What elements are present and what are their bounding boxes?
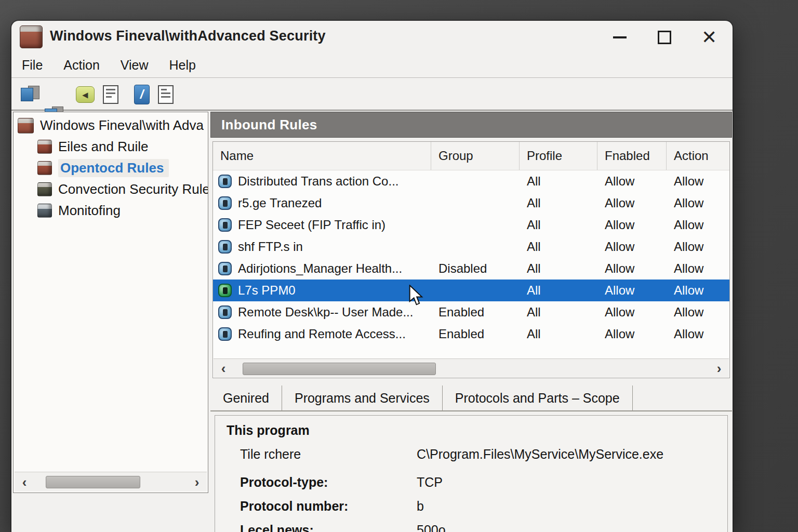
rule-shield-icon <box>218 262 232 275</box>
rule-shield-icon <box>218 327 232 341</box>
column-header-enabled[interactable]: Fnabled <box>597 142 667 170</box>
title-bar: Windows Fineval\withAdvanced Security ✕ <box>11 21 733 53</box>
console-tree-panel: Windows Fineval\with Adva Eiles and Ruil… <box>13 112 208 493</box>
tab-protocols-and-ports[interactable]: Protocols and Parts – Scope <box>443 385 633 410</box>
scrollbar-thumb[interactable] <box>243 363 436 375</box>
rule-shield-icon <box>218 218 232 232</box>
rule-row[interactable]: Remote Desk\kp-- User Made... Enabled Al… <box>213 301 729 323</box>
rule-shield-icon <box>218 305 232 319</box>
tree-root-label: Windows Fineval\with Adva <box>40 117 204 134</box>
rules-brick-icon <box>37 140 52 154</box>
tree-item-connection-security-rules[interactable]: Convection Security Rule <box>14 179 208 200</box>
properties-doc-icon[interactable] <box>156 84 177 105</box>
tab-general[interactable]: Genired <box>210 385 282 410</box>
sidebar-horizontal-scrollbar[interactable]: ‹ › <box>15 472 207 491</box>
rule-row[interactable]: shf FTP.s in All Allow Allow <box>213 236 729 258</box>
monitoring-cube-icon <box>37 204 52 218</box>
column-header-group[interactable]: Group <box>431 142 520 170</box>
rule-row[interactable]: Adirjotions_Manager Health... Disabled A… <box>213 258 729 280</box>
app-window: Windows Fineval\withAdvanced Security ✕ … <box>11 21 733 532</box>
minimize-button[interactable] <box>610 28 630 47</box>
rule-enabled-icon <box>218 284 232 297</box>
list-doc-icon[interactable] <box>101 84 122 105</box>
tab-programs-and-services[interactable]: Programs and Services <box>282 385 443 410</box>
main-panel: Inbound Rules Name Group Profile Fnabled… <box>210 112 732 532</box>
scroll-left-icon[interactable]: ‹ <box>214 362 233 375</box>
menu-help[interactable]: Help <box>169 58 196 73</box>
details-label-local-port: Lecel news: <box>240 523 417 532</box>
details-label-protocol-number: Protocol number: <box>240 499 417 514</box>
details-label-file-path: Tile rchere <box>240 447 417 462</box>
minimize-icon <box>613 36 627 38</box>
window-title: Windows Fineval\withAdvanced Security <box>50 28 326 44</box>
menu-action[interactable]: Action <box>63 58 99 73</box>
list-horizontal-scrollbar[interactable]: ‹ › <box>214 358 729 377</box>
list-header-row: Name Group Profile Fnabled Action <box>213 142 729 170</box>
column-header-name[interactable]: Name <box>213 142 431 170</box>
details-value-local-port: 500o <box>417 523 446 532</box>
rule-shield-icon <box>218 175 232 188</box>
menu-file[interactable]: File <box>22 58 43 73</box>
tree-item-outbound-rules[interactable]: Opentocd Rules <box>14 157 208 179</box>
column-header-profile[interactable]: Profile <box>520 142 597 170</box>
details-value-file-path: C\Program.Files\MyService\MyService.exe <box>417 447 663 462</box>
rule-row[interactable]: FEP Seceet (FIP Traffic in) All Allow Al… <box>213 214 729 236</box>
scroll-right-icon[interactable]: › <box>709 362 729 375</box>
tree-item-monitoring[interactable]: Monitofing <box>14 200 208 221</box>
list-title: Inbound Rules <box>221 117 317 133</box>
firewall-brick-icon <box>18 118 34 134</box>
column-header-action[interactable]: Action <box>667 142 729 170</box>
rule-row[interactable]: r5.ge Tranezed All Allow Allow <box>213 192 729 214</box>
close-button[interactable]: ✕ <box>699 28 719 47</box>
rule-shield-icon <box>218 240 232 254</box>
details-label-protocol-type: Protocol-type: <box>240 475 417 490</box>
rule-shield-icon <box>218 196 232 210</box>
scroll-left-icon[interactable]: ‹ <box>15 475 34 489</box>
tree-root-firewall[interactable]: Windows Fineval\with Adva <box>14 115 208 136</box>
console-window-icon[interactable] <box>20 84 41 105</box>
toolbar: ◂ / <box>11 78 733 111</box>
security-cube-icon <box>37 182 52 196</box>
rule-row[interactable]: Reufing and Remote Access... Enabled All… <box>213 323 729 345</box>
tree-item-files-and-rule[interactable]: Eiles and Ruile <box>14 136 208 157</box>
details-value-protocol-number: b <box>417 499 424 514</box>
details-pane: This program Tile rchere C\Program.Files… <box>215 415 728 532</box>
rule-row[interactable]: Distributed Trans action Co... All Allow… <box>213 170 729 192</box>
help-book-icon[interactable]: / <box>132 84 153 105</box>
rule-row-selected[interactable]: L7s PPM0 All Allow Allow <box>213 280 729 301</box>
export-list-icon[interactable]: ◂ <box>76 84 97 105</box>
scroll-right-icon[interactable]: › <box>187 475 207 489</box>
mouse-cursor-icon <box>408 285 424 307</box>
list-title-band: Inbound Rules <box>210 112 732 138</box>
firewall-brick-icon <box>20 25 43 48</box>
maximize-button[interactable] <box>655 28 674 47</box>
menu-bar: File Action View Help <box>11 53 733 78</box>
rules-brick-icon <box>37 161 52 175</box>
details-value-protocol-type: TCP <box>417 475 443 490</box>
maximize-icon <box>658 31 671 44</box>
menu-view[interactable]: View <box>121 58 149 73</box>
scrollbar-thumb[interactable] <box>46 476 140 488</box>
rules-list: Name Group Profile Fnabled Action Distri… <box>212 141 730 378</box>
detail-tabs: Genired Programs and Services Protocols … <box>210 385 732 411</box>
details-heading: This program <box>227 423 310 438</box>
